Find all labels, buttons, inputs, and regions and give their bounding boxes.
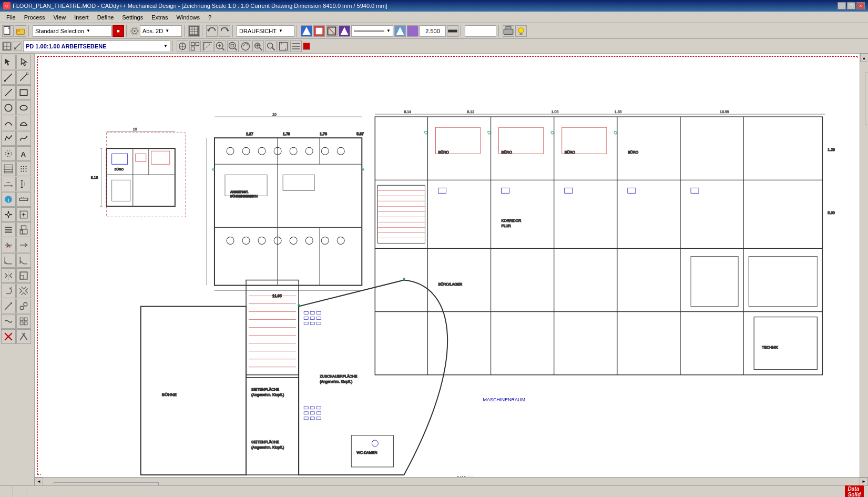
tool-misc[interactable] (16, 329, 31, 344)
color-btn-1[interactable] (301, 25, 312, 37)
tool-layer-manager[interactable] (1, 222, 16, 237)
menu-process[interactable]: Process (20, 13, 49, 22)
svg-point-22 (518, 27, 524, 33)
maximize-button[interactable]: □ (847, 2, 855, 9)
tool-curve[interactable] (1, 314, 16, 329)
tb2-btn2[interactable] (13, 42, 22, 51)
tb2-snap-btn[interactable] (177, 40, 188, 52)
menu-settings[interactable]: Settings (118, 13, 147, 22)
datasolid-logo: DataSolid (845, 485, 864, 498)
color-btn-4[interactable] (339, 25, 350, 37)
coord-mode-icon[interactable] (130, 27, 139, 35)
color-swatch[interactable] (465, 25, 496, 37)
tb2-pan-btn[interactable] (240, 40, 251, 52)
tool-polyline[interactable] (1, 131, 16, 146)
tool-dot-circle[interactable] (1, 146, 16, 161)
tool-rotate[interactable] (1, 283, 16, 298)
minimize-button[interactable]: – (838, 2, 846, 9)
tool-fillet[interactable] (1, 253, 16, 268)
hscroll-left-button[interactable]: ◄ (35, 478, 43, 486)
close-button[interactable]: × (856, 2, 865, 9)
vscroll-thumb[interactable] (865, 73, 869, 125)
vertical-scrollbar[interactable]: ▲ ▼ (860, 54, 868, 485)
redo-button[interactable] (219, 25, 230, 37)
red-square-icon[interactable]: ■ (113, 25, 124, 37)
tool-spline[interactable] (16, 131, 31, 146)
tool-extend[interactable] (16, 238, 31, 252)
view-dropdown[interactable]: DRAUFSICHT ▼ (237, 25, 294, 37)
tool-dimension-v[interactable] (16, 177, 31, 191)
tool-node-select[interactable] (16, 70, 31, 85)
tb2-btn1[interactable] (2, 42, 12, 51)
tb2-layer-active[interactable] (303, 43, 310, 50)
menu-insert[interactable]: Insert (70, 13, 93, 22)
tool-measure[interactable] (16, 192, 31, 207)
tb2-fit-btn[interactable] (278, 40, 289, 52)
tool-modify[interactable] (1, 207, 16, 222)
line-weight-icon[interactable] (447, 25, 458, 37)
menu-view[interactable]: View (49, 13, 70, 22)
open-button[interactable] (15, 25, 26, 37)
tool-arc2[interactable] (16, 116, 31, 130)
menu-help[interactable]: ? (204, 13, 216, 22)
tool-diagonal-line[interactable] (1, 70, 16, 85)
tool-diagonal2[interactable] (1, 299, 16, 313)
tool-pointer[interactable] (1, 55, 16, 69)
tool-ellipse[interactable] (16, 100, 31, 115)
svg-text:1.35: 1.35 (615, 110, 622, 114)
tool-mirror[interactable] (1, 268, 16, 283)
menu-extras[interactable]: Extras (147, 13, 172, 22)
menu-windows[interactable]: Windows (172, 13, 204, 22)
menu-define[interactable]: Define (93, 13, 118, 22)
color-btn-3[interactable] (326, 25, 338, 37)
svg-point-51 (4, 80, 6, 82)
hatch-pattern-btn[interactable] (188, 25, 200, 37)
print-preview-btn[interactable] (503, 25, 514, 37)
menu-file[interactable]: File (2, 13, 20, 22)
tb2-extra-btn[interactable] (290, 40, 302, 52)
undo-button[interactable] (206, 25, 218, 37)
tool-arc[interactable] (1, 116, 16, 130)
hscroll-thumb[interactable] (54, 482, 159, 486)
tool-text[interactable]: A (16, 146, 31, 161)
tool-move[interactable] (16, 283, 31, 298)
svg-text:1.76: 1.76 (320, 132, 327, 136)
selection-dropdown[interactable]: Standard Selection ▼ (33, 25, 111, 37)
horizontal-scrollbar[interactable]: ◄ ► (35, 477, 868, 485)
tool-line[interactable] (1, 85, 16, 100)
line-weight-input[interactable] (420, 25, 446, 37)
tool-pointer2[interactable] (16, 55, 31, 69)
color-purple-btn[interactable] (407, 25, 418, 37)
tool-hatch-dots[interactable] (16, 161, 31, 176)
color-btn-2[interactable] (313, 25, 325, 37)
vscroll-up-button[interactable]: ▲ (860, 54, 869, 62)
tool-array[interactable] (16, 314, 31, 329)
tool-rect[interactable] (16, 85, 31, 100)
tool-insert[interactable] (16, 207, 31, 222)
coord-mode-dropdown[interactable]: Abs. 2D ▼ (140, 25, 182, 37)
tb2-grid-btn[interactable] (189, 40, 201, 52)
tool-info[interactable]: i (1, 192, 16, 207)
tool-trim[interactable] (1, 238, 16, 252)
color-palette-btn[interactable] (394, 25, 406, 37)
tb2-zoom-in-btn[interactable] (252, 40, 264, 52)
line-style-dropdown[interactable]: ▼ (351, 25, 393, 37)
tb2-zoom-area-btn[interactable] (227, 40, 239, 52)
tool-dimension-h[interactable] (1, 177, 16, 191)
canvas-area[interactable]: BÜRO 8.10 (35, 54, 868, 485)
tool-block[interactable] (16, 222, 31, 237)
tool-erase[interactable] (1, 329, 16, 344)
tb2-zoom-fit-btn[interactable] (215, 40, 226, 52)
layer-dropdown[interactable]: PD 1.00:1.00 ARBEITSEBENE ▼ (23, 40, 170, 52)
tb2-ortho-btn[interactable] (202, 40, 213, 52)
hscroll-right-button[interactable]: ► (860, 478, 868, 486)
tool-hatch-lines[interactable] (1, 161, 16, 176)
tool-copy[interactable] (16, 299, 31, 313)
tb2-zoom-out-btn[interactable] (265, 40, 277, 52)
tool-chamfer[interactable] (16, 253, 31, 268)
new-button[interactable] (2, 25, 14, 37)
lamp-btn[interactable] (515, 25, 527, 37)
svg-point-71 (25, 168, 26, 169)
tool-circle[interactable] (1, 100, 16, 115)
tool-scale[interactable] (16, 268, 31, 283)
